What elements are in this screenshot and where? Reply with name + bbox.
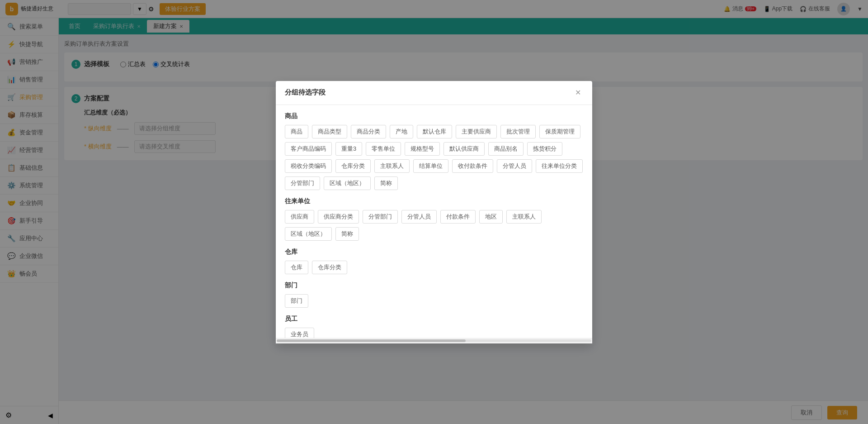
field-group-title-仓库: 仓库 [285,248,583,256]
field-tag[interactable]: 业务员 [285,328,314,338]
field-tag[interactable]: 规格型号 [405,142,440,156]
field-tag[interactable]: 结算单位 [413,159,448,173]
hscroll-thumb [277,339,466,342]
field-tag[interactable]: 税收分类编码 [285,159,332,173]
field-tag[interactable]: 商品类型 [312,125,347,138]
field-tag[interactable]: 保质期管理 [539,125,580,138]
field-tag[interactable]: 商品分类 [351,125,386,138]
field-tag[interactable]: 往来单位分类 [536,159,583,173]
field-tag[interactable]: 简称 [374,176,398,190]
field-tags-仓库: 仓库仓库分类 [285,261,583,274]
field-group-部门: 部门部门 [285,281,583,308]
field-tag[interactable]: 批次管理 [500,125,536,138]
field-tag[interactable]: 分管部门 [363,210,398,224]
field-tags-部门: 部门 [285,294,583,308]
field-tag[interactable]: 地区 [479,210,503,224]
modal-header: 分组待选字段 ✕ [276,81,592,105]
field-tag[interactable]: 主联系人 [374,159,410,173]
field-tag[interactable]: 主联系人 [506,210,542,224]
field-tag[interactable]: 重量3 [335,142,362,156]
field-tag[interactable]: 拣货积分 [527,142,562,156]
field-tag[interactable]: 默认仓库 [417,125,452,138]
field-group-往来单位: 往来单位供应商供应商分类分管部门分管人员付款条件地区主联系人区域（地区）简称 [285,197,583,241]
field-tag[interactable]: 客户商品编码 [285,142,332,156]
field-tag[interactable]: 区域（地区） [285,227,332,241]
modal-body: 商品商品商品类型商品分类产地默认仓库主要供应商批次管理保质期管理客户商品编码重量… [276,105,592,338]
field-group-员工: 员工业务员 [285,315,583,338]
field-tag[interactable]: 部门 [285,294,308,308]
field-tag[interactable]: 商品 [285,125,308,138]
field-group-title-部门: 部门 [285,281,583,290]
field-tag[interactable]: 付款条件 [440,210,476,224]
field-group-商品: 商品商品商品类型商品分类产地默认仓库主要供应商批次管理保质期管理客户商品编码重量… [285,112,583,190]
field-tag[interactable]: 分管人员 [401,210,437,224]
field-tag[interactable]: 分管人员 [497,159,532,173]
field-tag[interactable]: 零售单位 [366,142,401,156]
hscroll-track [277,339,591,342]
field-group-title-往来单位: 往来单位 [285,197,583,205]
field-group-title-员工: 员工 [285,315,583,323]
field-tag[interactable]: 仓库分类 [312,261,347,274]
field-tag[interactable]: 分管部门 [285,176,320,190]
field-tag[interactable]: 区域（地区） [324,176,371,190]
field-tag[interactable]: 供应商 [285,210,314,224]
field-tag[interactable]: 收付款条件 [452,159,493,173]
field-group-title-商品: 商品 [285,112,583,120]
field-tag[interactable]: 商品别名 [488,142,524,156]
field-tags-商品: 商品商品类型商品分类产地默认仓库主要供应商批次管理保质期管理客户商品编码重量3零… [285,125,583,190]
field-tag[interactable]: 简称 [335,227,359,241]
modal-horizontal-scrollbar[interactable] [276,338,592,343]
field-tag[interactable]: 默认供应商 [443,142,485,156]
modal-dialog: 分组待选字段 ✕ 商品商品商品类型商品分类产地默认仓库主要供应商批次管理保质期管… [276,81,592,343]
field-tags-往来单位: 供应商供应商分类分管部门分管人员付款条件地区主联系人区域（地区）简称 [285,210,583,241]
field-group-仓库: 仓库仓库仓库分类 [285,248,583,274]
modal-close-button[interactable]: ✕ [572,87,583,98]
field-tag[interactable]: 主要供应商 [456,125,497,138]
modal-overlay: 分组待选字段 ✕ 商品商品商品类型商品分类产地默认仓库主要供应商批次管理保质期管… [0,0,868,424]
field-tag[interactable]: 产地 [390,125,413,138]
field-tags-员工: 业务员 [285,328,583,338]
field-tag[interactable]: 供应商分类 [318,210,359,224]
field-tag[interactable]: 仓库分类 [335,159,371,173]
field-tag[interactable]: 仓库 [285,261,308,274]
modal-title: 分组待选字段 [285,88,326,97]
